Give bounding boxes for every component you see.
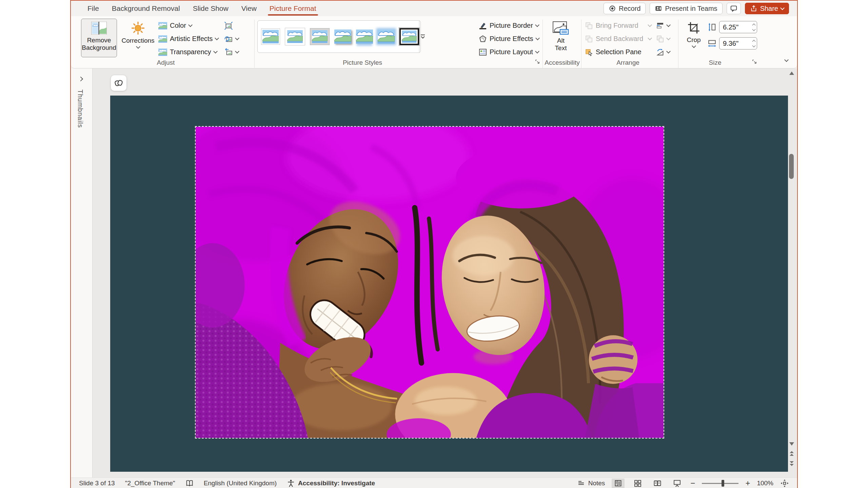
picture-style-thumb-5[interactable] xyxy=(356,29,373,44)
record-button[interactable]: Record xyxy=(604,3,646,14)
zoom-slider[interactable] xyxy=(702,480,738,487)
picture-effects-button[interactable]: Picture Effects xyxy=(479,32,539,45)
zoom-slider-track xyxy=(702,483,738,484)
picture-style-thumb-1[interactable] xyxy=(261,28,280,45)
picture-style-thumb-7-selected[interactable] xyxy=(399,28,419,45)
picture-style-thumb-3[interactable] xyxy=(310,28,330,45)
transparency-icon xyxy=(158,48,167,56)
adjust-menu-column: Color Artistic Effects Transparency xyxy=(158,19,218,59)
artistic-effects-button[interactable]: Artistic Effects xyxy=(158,32,218,45)
normal-view-button[interactable] xyxy=(612,479,625,488)
crop-icon xyxy=(687,21,700,34)
picture-layout-button[interactable]: Picture Layout xyxy=(479,45,539,59)
share-button[interactable]: Share xyxy=(745,3,789,14)
spellcheck-button[interactable] xyxy=(185,479,194,487)
picture-styles-group-label: Picture Styles xyxy=(261,59,464,66)
thumbnails-panel-collapsed[interactable]: Thumbnails xyxy=(71,68,93,477)
chevron-down-icon xyxy=(666,49,671,54)
accessibility-person-icon xyxy=(287,479,295,487)
collapse-ribbon-icon[interactable] xyxy=(784,58,789,62)
height-spinner[interactable] xyxy=(753,21,755,33)
present-in-teams-button[interactable]: Present in Teams xyxy=(650,3,722,14)
tab-background-removal[interactable]: Background Removal xyxy=(105,1,186,16)
height-field[interactable]: 6.25" xyxy=(719,21,757,33)
vertical-scrollbar[interactable] xyxy=(788,68,796,477)
accessibility-status[interactable]: Accessibility: Investigate xyxy=(287,479,375,487)
chevron-down-icon xyxy=(666,23,671,27)
selected-picture[interactable] xyxy=(195,126,664,439)
more-styles-icon xyxy=(419,33,426,40)
change-picture-button[interactable] xyxy=(224,32,239,45)
alt-text-button[interactable]: Alt Text xyxy=(546,19,576,57)
reading-view-button[interactable] xyxy=(651,479,664,488)
slideshow-button[interactable] xyxy=(671,479,684,488)
zoom-out-button[interactable]: − xyxy=(690,479,695,488)
corrections-button[interactable]: Corrections xyxy=(122,19,154,57)
chevron-down-icon xyxy=(136,44,140,49)
alt-text-label: Alt Text xyxy=(553,37,568,52)
previous-slide-icon[interactable] xyxy=(789,451,794,457)
reading-view-icon xyxy=(653,479,662,487)
bring-forward-button[interactable]: Bring Forward xyxy=(585,19,651,32)
slide-canvas[interactable] xyxy=(110,96,788,472)
picture-style-thumb-6[interactable] xyxy=(378,29,395,44)
width-spinner[interactable] xyxy=(753,38,755,49)
fit-to-window-button[interactable] xyxy=(780,479,789,488)
slide-indicator[interactable]: Slide 3 of 13 xyxy=(79,480,115,487)
chevron-down-icon xyxy=(780,6,785,10)
fit-to-window-icon xyxy=(780,479,789,488)
color-button[interactable]: Color xyxy=(158,19,218,32)
picture-styles-more-button[interactable] xyxy=(419,21,426,53)
compress-pictures-button[interactable] xyxy=(224,19,239,32)
picture-border-button[interactable]: Picture Border xyxy=(479,19,539,32)
color-label: Color xyxy=(170,22,186,29)
comments-button[interactable] xyxy=(727,3,741,14)
width-icon xyxy=(708,39,716,48)
zoom-level[interactable]: 100% xyxy=(757,480,773,487)
rotate-button[interactable] xyxy=(656,45,670,59)
zoom-in-button[interactable]: + xyxy=(745,479,750,488)
tab-view[interactable]: View xyxy=(235,1,263,16)
width-field[interactable]: 9.36" xyxy=(719,37,757,49)
transparency-button[interactable]: Transparency xyxy=(158,45,218,59)
group-objects-icon xyxy=(656,35,664,43)
size-group-label: Size xyxy=(683,59,747,66)
notes-button[interactable]: Notes xyxy=(577,479,605,487)
dialog-launcher-icon[interactable] xyxy=(752,59,757,64)
record-icon xyxy=(609,5,616,12)
height-value: 6.25" xyxy=(723,23,738,31)
picture-style-thumb-4[interactable] xyxy=(334,29,351,44)
scrollbar-thumb[interactable] xyxy=(789,154,794,179)
align-button[interactable] xyxy=(656,19,670,32)
remove-background-button[interactable]: Remove Background xyxy=(81,19,117,57)
zoom-slider-thumb[interactable] xyxy=(722,480,724,487)
copilot-button[interactable] xyxy=(111,75,126,91)
theme-name[interactable]: "2_Office Theme" xyxy=(125,480,175,487)
picture-styles-gallery xyxy=(257,20,421,53)
dialog-launcher-icon[interactable] xyxy=(535,59,540,64)
ribbon: Remove Background Corrections Color Arti… xyxy=(71,16,797,68)
picture-layout-icon xyxy=(479,48,487,56)
picture-style-thumb-2[interactable] xyxy=(285,28,305,45)
copilot-icon xyxy=(114,78,123,88)
tab-file[interactable]: File xyxy=(81,1,105,16)
crop-button[interactable]: Crop xyxy=(682,19,706,57)
next-slide-icon[interactable] xyxy=(789,460,794,466)
scroll-down-icon[interactable] xyxy=(789,442,794,446)
group-objects-button[interactable] xyxy=(656,32,670,45)
share-icon xyxy=(750,5,757,12)
bring-forward-label: Bring Forward xyxy=(596,22,646,29)
artistic-effects-label: Artistic Effects xyxy=(170,35,213,43)
teams-icon xyxy=(655,5,662,12)
send-backward-button[interactable]: Send Backward xyxy=(585,32,651,45)
selection-pane-button[interactable]: Selection Pane xyxy=(585,45,651,59)
slide-sorter-button[interactable] xyxy=(631,479,644,488)
workspace: Thumbnails xyxy=(71,68,797,477)
scroll-up-icon[interactable] xyxy=(789,71,794,75)
selection-pane-icon xyxy=(585,48,593,56)
tab-picture-format[interactable]: Picture Format xyxy=(263,1,323,16)
reset-picture-button[interactable] xyxy=(224,45,239,59)
tab-slide-show[interactable]: Slide Show xyxy=(186,1,235,16)
slide-sorter-icon xyxy=(634,479,642,487)
language-indicator[interactable]: English (United Kingdom) xyxy=(204,480,277,487)
